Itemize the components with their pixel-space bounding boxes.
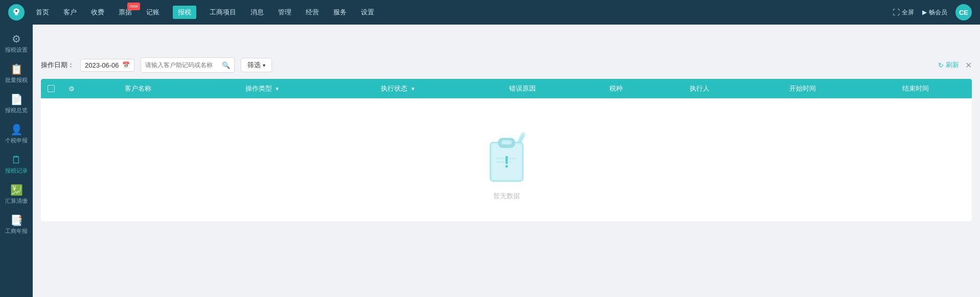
customer-name-label: 客户名称	[125, 84, 151, 92]
nav-service[interactable]: 服务	[332, 6, 348, 19]
avatar[interactable]: CE	[955, 4, 972, 20]
annual-report-icon: 📑	[10, 215, 23, 225]
sidebar: ⚙ 报税设置 📋 批量报税 📄 报税总览 👤 个税申报 🗒 报税记录 💹 汇算清…	[0, 25, 33, 297]
empty-icon: !	[481, 129, 532, 185]
customer-name-header: 客户名称	[82, 79, 195, 98]
nav-tax[interactable]: 报税	[173, 6, 196, 19]
nav-bookkeeping[interactable]: 记账	[145, 6, 161, 19]
checkbox-column-header[interactable]	[41, 79, 61, 98]
start-time-label: 开始时间	[789, 84, 816, 92]
nav-invoice[interactable]: 票据 new	[118, 6, 133, 19]
fullscreen-label: 全屏	[902, 8, 914, 17]
sidebar-item-label: 批量报税	[5, 76, 28, 84]
sidebar-item-label: 报税总览	[5, 107, 28, 114]
sidebar-item-personal-tax[interactable]: 👤 个税申报	[0, 119, 33, 150]
vip-icon: ▶	[922, 9, 927, 16]
sidebar-item-annual-report[interactable]: 📑 工商年报	[0, 210, 33, 240]
nav-business[interactable]: 工商项目	[209, 6, 237, 19]
settlement-icon: 💹	[10, 185, 23, 195]
search-box[interactable]: 🔍	[141, 57, 235, 73]
filter-button[interactable]: 筛选 ▾	[241, 58, 272, 72]
main-content: 操作日期： 2023-06-06 📅 🔍 筛选 ▾ ↻ 刷新 ✕	[33, 25, 980, 297]
refresh-button[interactable]: ↻ 刷新	[938, 60, 959, 70]
exec-status-header[interactable]: 执行状态 ▼	[330, 79, 466, 98]
tax-settings-icon: ⚙	[12, 34, 21, 44]
nav-operation[interactable]: 经营	[305, 6, 320, 19]
chevron-down-icon: ▾	[263, 62, 265, 68]
nav-home[interactable]: 首页	[35, 6, 50, 19]
calendar-icon: 📅	[122, 61, 130, 69]
search-icon: 🔍	[222, 61, 230, 69]
operation-type-header[interactable]: 操作类型 ▼	[195, 79, 331, 98]
sidebar-item-tax-settings[interactable]: ⚙ 报税设置	[0, 29, 33, 59]
operation-type-label: 操作类型	[245, 84, 272, 92]
vip-button[interactable]: ▶ 畅会员	[922, 8, 947, 17]
sidebar-item-label: 个税申报	[5, 137, 28, 144]
table-body: ! 暂无数据	[41, 98, 972, 221]
vip-label: 畅会员	[929, 8, 947, 17]
table-header: ⚙ 客户名称 操作类型 ▼ 执行状态 ▼	[41, 79, 972, 98]
sidebar-item-batch-tax[interactable]: 📋 批量报税	[0, 59, 33, 89]
refresh-icon: ↻	[938, 61, 944, 69]
select-all-checkbox[interactable]	[48, 85, 55, 92]
filter-label: 筛选	[247, 60, 261, 70]
empty-state: ! 暂无数据	[41, 98, 972, 221]
end-time-header: 结束时间	[859, 79, 972, 98]
sidebar-item-label: 报税设置	[5, 46, 28, 54]
top-navigation: 首页 客户 收费 票据 new 记账 报税 工商项目 消息 管理 经营 服务 设…	[0, 0, 980, 25]
svg-rect-7	[502, 140, 512, 144]
close-button[interactable]: ✕	[965, 60, 972, 70]
toolbar: 操作日期： 2023-06-06 📅 🔍 筛选 ▾ ↻ 刷新 ✕	[41, 57, 972, 73]
tax-type-label: 税种	[609, 84, 623, 92]
sidebar-item-tax-overview[interactable]: 📄 报税总览	[0, 89, 33, 119]
error-reason-label: 错误原因	[509, 84, 536, 92]
batch-tax-icon: 📋	[10, 64, 23, 74]
personal-tax-icon: 👤	[10, 124, 23, 135]
tax-type-header: 税种	[579, 79, 653, 98]
nav-fees[interactable]: 收费	[90, 6, 105, 19]
sidebar-item-label: 汇算清缴	[5, 197, 28, 205]
content-area: 操作日期： 2023-06-06 📅 🔍 筛选 ▾ ↻ 刷新 ✕	[33, 49, 980, 229]
table-wrapper: ⚙ 客户名称 操作类型 ▼ 执行状态 ▼	[41, 79, 972, 221]
executor-header: 执行人	[653, 79, 746, 98]
nav-customer[interactable]: 客户	[62, 6, 78, 19]
sidebar-item-tax-records[interactable]: 🗒 报税记录	[0, 150, 33, 180]
toolbar-right: ↻ 刷新 ✕	[938, 60, 972, 70]
sidebar-item-settlement[interactable]: 💹 汇算清缴	[0, 180, 33, 210]
tax-records-icon: 🗒	[11, 155, 21, 165]
data-table: ⚙ 客户名称 操作类型 ▼ 执行状态 ▼	[41, 79, 972, 221]
nav-menu: 首页 客户 收费 票据 new 记账 报税 工商项目 消息 管理 经营 服务 设…	[35, 6, 893, 19]
exec-status-label: 执行状态	[381, 84, 407, 92]
nav-settings[interactable]: 设置	[360, 6, 375, 19]
nav-right-area: ⛶ 全屏 ▶ 畅会员 CE	[893, 4, 972, 20]
date-value: 2023-06-06	[85, 61, 119, 69]
exec-status-filter-icon: ▼	[411, 86, 416, 92]
sidebar-item-label: 工商年报	[5, 227, 28, 235]
sidebar-item-label: 报税记录	[5, 167, 28, 175]
start-time-header: 开始时间	[746, 79, 859, 98]
date-picker[interactable]: 2023-06-06 📅	[80, 59, 134, 72]
settings-column-header: ⚙	[61, 79, 82, 98]
nav-manage[interactable]: 管理	[277, 6, 292, 19]
error-reason-header: 错误原因	[466, 79, 579, 98]
nav-message[interactable]: 消息	[249, 6, 265, 19]
svg-rect-9	[496, 158, 517, 159]
end-time-label: 结束时间	[902, 84, 929, 92]
executor-label: 执行人	[690, 84, 710, 92]
date-label: 操作日期：	[41, 60, 74, 70]
new-badge: new	[127, 3, 140, 10]
app-logo[interactable]	[8, 4, 25, 20]
search-input[interactable]	[145, 61, 222, 69]
empty-text: 暂无数据	[493, 192, 520, 201]
fullscreen-button[interactable]: ⛶ 全屏	[893, 8, 914, 17]
refresh-label: 刷新	[946, 60, 959, 70]
svg-point-0	[15, 10, 17, 12]
fullscreen-icon: ⛶	[893, 8, 900, 16]
empty-illustration: !	[481, 129, 532, 185]
operation-type-filter-icon: ▼	[275, 86, 280, 92]
svg-rect-10	[496, 161, 512, 163]
settings-icon[interactable]: ⚙	[69, 85, 75, 93]
tax-overview-icon: 📄	[10, 94, 23, 104]
